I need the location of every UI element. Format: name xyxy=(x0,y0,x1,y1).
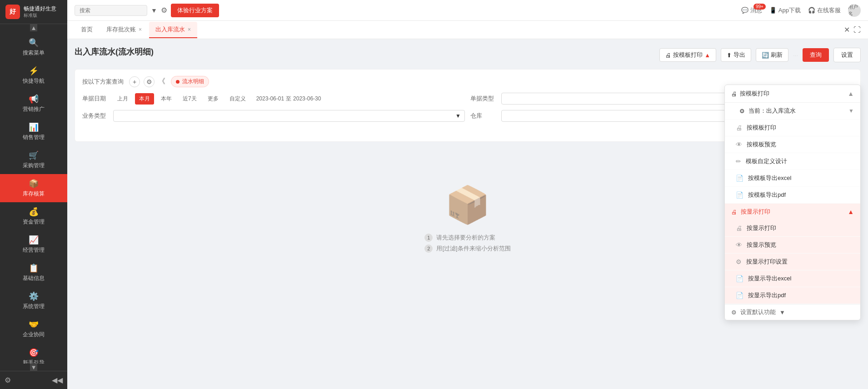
tab-close-flow[interactable]: × xyxy=(188,26,191,33)
template-customize-label: 模板自定义设计 xyxy=(746,157,787,165)
date-btn-本年[interactable]: 本年 xyxy=(157,93,176,105)
sidebar-item-marketing[interactable]: 📢 营销推广 xyxy=(0,90,67,118)
content-area: 出入库流水(流水明细) 🖨 按模板打印 ▲ ⬆ 导出 🔄 刷新 xyxy=(67,39,868,389)
sidebar-nav: 🔍 搜索菜单 ⚡ 快捷导航 📢 营销推广 📊 销售管理 🛒 采购管理 📦 库存核… xyxy=(0,31,67,364)
settings-btn[interactable]: 设置 xyxy=(833,48,861,62)
sidebar-item-collab[interactable]: 🤝 企业协同 xyxy=(0,315,67,343)
dp-item-template-preview[interactable]: 👁 按模板预览 xyxy=(725,136,860,153)
dp-item-display-export-pdf[interactable]: 📄 按显示导出pdf xyxy=(725,287,860,304)
dp-display-section-header[interactable]: 🖨 按显示打印 ▲ xyxy=(725,204,860,220)
dp-item-display-print[interactable]: 🖨 按显示打印 xyxy=(725,220,860,237)
tip-text: 请先选择要分析的方案 xyxy=(436,234,495,242)
dp-item-display-export-excel[interactable]: 📄 按显示导出excel xyxy=(725,270,860,287)
dp-display-items: 🖨 按显示打印 👁 按显示预览 ⚙ 按显示打印设置 📄 按显示导出excel 📄… xyxy=(725,220,860,304)
dp-display-icon: 🖨 xyxy=(731,209,737,215)
query-btn[interactable]: 查询 xyxy=(803,48,829,62)
sidebar-label-finance: 资金管理 xyxy=(23,218,45,226)
maximize-btn[interactable]: ⛶ xyxy=(853,26,861,34)
tab-home[interactable]: 首页 xyxy=(75,22,99,38)
date-btn-近7天[interactable]: 近7天 xyxy=(179,93,201,105)
empty-tip: 2 用[过滤]条件来缩小分析范围 xyxy=(424,244,510,253)
date-btn-本月[interactable]: 本月 xyxy=(135,93,154,105)
dp-header: 🖨 按模板打印 ▲ xyxy=(725,85,860,103)
collab-icon: 🤝 xyxy=(29,319,39,329)
quick-nav-icon: ⚡ xyxy=(29,66,39,76)
sidebar-label-basic: 基础信息 xyxy=(23,274,45,282)
biz-type-select[interactable]: ▼ xyxy=(113,110,465,122)
dp-item-display-preview[interactable]: 👁 按显示预览 xyxy=(725,237,860,254)
print-dropdown-arrow: ▲ xyxy=(704,52,710,59)
settings-icon[interactable]: ⚙ xyxy=(5,376,11,384)
dp-item-template-export-excel[interactable]: 📄 按模板导出excel xyxy=(725,170,860,187)
sidebar-item-system[interactable]: ⚙️ 系统管理 xyxy=(0,287,67,315)
app-logo: 好 畅捷通好生意 标准版 xyxy=(0,0,67,24)
notice-badge: 99+ xyxy=(753,4,766,10)
refresh-btn[interactable]: 🔄 刷新 xyxy=(756,48,788,62)
sidebar-footer: ⚙ ◀◀ xyxy=(0,371,67,389)
dp-item-template-print[interactable]: 🖨 按模板打印 xyxy=(725,120,860,136)
print-btn[interactable]: 🖨 按模板打印 ▲ xyxy=(659,48,716,62)
filter-dot xyxy=(176,80,180,84)
dp-item-display-print-settings[interactable]: ⚙ 按显示打印设置 xyxy=(725,254,860,270)
biz-type-field-row: 业务类型 ▼ xyxy=(82,110,465,122)
template-print-label: 按模板打印 xyxy=(747,124,776,132)
export-btn[interactable]: ⬆ 导出 xyxy=(721,48,751,62)
active-filter-tag[interactable]: 流水明细 xyxy=(171,76,209,87)
app-download-btn[interactable]: 📱 App下载 xyxy=(769,6,801,15)
sidebar-item-inventory[interactable]: 📦 库存核算 xyxy=(0,174,67,202)
dp-title: 🖨 按模板打印 xyxy=(731,90,769,98)
header-gear-icon[interactable]: ⚙ xyxy=(161,6,167,15)
sidebar-item-finance[interactable]: 💰 资金管理 xyxy=(0,202,67,230)
display-export-pdf-icon: 📄 xyxy=(736,292,743,299)
scroll-up-btn[interactable]: ▲ xyxy=(30,24,37,31)
trial-btn[interactable]: 体验行业方案 xyxy=(171,4,219,17)
scroll-down-btn[interactable]: ▼ xyxy=(30,364,37,371)
service-btn[interactable]: 🎧 在线客服 xyxy=(808,6,841,15)
dp-item-template-export-pdf[interactable]: 📄 按模板导出pdf xyxy=(725,187,860,204)
content-header: 出入库流水(流水明细) 🖨 按模板打印 ▲ ⬆ 导出 🔄 刷新 xyxy=(75,46,861,64)
dp-item-template-customize[interactable]: ✏ 模板自定义设计 xyxy=(725,153,860,170)
tabs-bar: 首页库存批次账×出入库流水× ✕ ⛶ xyxy=(67,21,868,39)
sidebar-item-sales[interactable]: 📊 销售管理 xyxy=(0,118,67,146)
empty-icon: 📦 xyxy=(445,184,490,226)
display-preview-icon: 👁 xyxy=(736,241,742,249)
display-print-settings-icon: ⚙ xyxy=(736,258,742,265)
header-search-input[interactable] xyxy=(75,5,147,16)
sidebar-item-guide[interactable]: 🎯 新手引导 xyxy=(0,343,67,364)
user-avatar[interactable]: 用户名 xyxy=(848,4,861,17)
filter-tag-label: 流水明细 xyxy=(182,78,204,85)
filter-collapse-btn[interactable]: 《 xyxy=(158,77,165,86)
sidebar-label-search: 搜索菜单 xyxy=(23,49,45,57)
filter-settings-btn[interactable]: ⚙ xyxy=(144,76,155,87)
service-icon: 🎧 xyxy=(808,7,815,14)
dp-current-item[interactable]: ⚙ 当前：出入库流水 ▼ xyxy=(725,103,860,120)
dp-footer[interactable]: ⚙ 设置默认功能 ▼ xyxy=(725,304,860,320)
notice-btn[interactable]: 💬 消息 99+ xyxy=(741,6,762,15)
dp-toggle-btn[interactable]: ▲ xyxy=(848,90,854,97)
header-dropdown-btn[interactable]: ▼ xyxy=(151,7,157,14)
tab-flow[interactable]: 出入库流水× xyxy=(149,22,197,38)
system-icon: ⚙️ xyxy=(29,291,39,301)
sidebar-item-search[interactable]: 🔍 搜索菜单 xyxy=(0,33,67,61)
display-export-excel-icon: 📄 xyxy=(736,275,743,282)
sidebar-label-inventory: 库存核算 xyxy=(23,190,45,198)
date-btn-上月[interactable]: 上月 xyxy=(113,93,132,105)
empty-tips: 1 请先选择要分析的方案 2 用[过滤]条件来缩小分析范围 xyxy=(424,234,510,253)
sidebar-label-sales: 销售管理 xyxy=(23,134,45,141)
date-btn-自定义[interactable]: 自定义 xyxy=(225,93,250,105)
header-right: 💬 消息 99+ 📱 App下载 🎧 在线客服 用户名 xyxy=(741,4,861,17)
purchase-icon: 🛒 xyxy=(29,150,39,160)
tab-batch[interactable]: 库存批次账× xyxy=(100,22,148,38)
date-btn-更多[interactable]: 更多 xyxy=(204,93,223,105)
sidebar-item-quick-nav[interactable]: ⚡ 快捷导航 xyxy=(0,61,67,90)
dp-display-section-title: 🖨 按显示打印 xyxy=(731,208,770,216)
sidebar-item-operation[interactable]: 📈 经营管理 xyxy=(0,230,67,259)
sidebar-item-purchase[interactable]: 🛒 采购管理 xyxy=(0,146,67,174)
collapse-sidebar-icon[interactable]: ◀◀ xyxy=(52,376,63,384)
add-filter-btn[interactable]: + xyxy=(129,76,140,87)
close-all-btn[interactable]: ✕ xyxy=(844,25,850,34)
display-export-pdf-label: 按显示导出pdf xyxy=(748,291,786,299)
sidebar-label-guide: 新手引导 xyxy=(23,359,45,364)
tab-close-batch[interactable]: × xyxy=(139,26,142,33)
sidebar-item-basic[interactable]: 📋 基础信息 xyxy=(0,259,67,287)
